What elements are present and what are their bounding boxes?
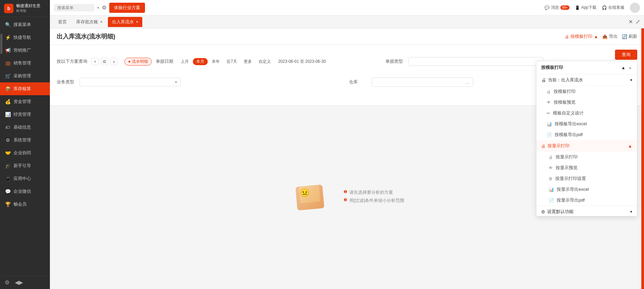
dropdown-header-label: 按模板打印 bbox=[541, 64, 563, 71]
sidebar-logo: b 畅捷通好生意 标准版 bbox=[0, 0, 50, 17]
date-this-year-button[interactable]: 本年 bbox=[209, 58, 223, 65]
dropdown-template-preview[interactable]: 👁 按模板预览 bbox=[536, 97, 637, 108]
window-maximize-icon[interactable]: ⤢ bbox=[636, 19, 640, 25]
dropdown-template-print[interactable]: 🖨 按模板打印 bbox=[536, 86, 637, 97]
sidebar-item-wechat[interactable]: 💬 企业微信 bbox=[0, 185, 50, 198]
bottom-gear-icon[interactable]: ⚙ bbox=[5, 279, 9, 286]
sidebar-item-quick[interactable]: ⚡ 快捷导航 bbox=[0, 31, 50, 44]
topbar-gear-icon[interactable]: ⚙ bbox=[102, 4, 107, 11]
bill-type-label: 单据类型 bbox=[385, 58, 406, 64]
bottom-collapse-icon[interactable]: ◀▶ bbox=[15, 279, 23, 286]
tab-current-close[interactable]: × bbox=[136, 20, 138, 24]
sidebar-item-marketing[interactable]: 📢 营销推广 bbox=[0, 44, 50, 57]
bill-type-select[interactable]: ▾ bbox=[408, 57, 543, 66]
sidebar-item-quick-label: 快捷导航 bbox=[13, 34, 31, 41]
dropdown-display-print-setting[interactable]: ⚙ 按显示打印设置 bbox=[536, 173, 637, 184]
dropdown-template-export-excel[interactable]: 📊 按模板导出excel bbox=[536, 119, 637, 129]
filter-add-button[interactable]: + bbox=[91, 58, 99, 65]
sales-nav-icon: 💼 bbox=[5, 60, 11, 66]
dropdown-template-export-pdf[interactable]: 📄 按模板导出pdf bbox=[536, 129, 637, 140]
dropdown-scroll-up[interactable]: ▲ bbox=[628, 65, 632, 70]
sidebar-item-operations[interactable]: 📊 经营管理 bbox=[0, 108, 50, 121]
dropdown-current-section[interactable]: 🖨 当前：出入库流水 ▾ bbox=[536, 74, 637, 86]
sidebar-item-sales[interactable]: 💼 销售管理 bbox=[0, 57, 50, 70]
filter-collapse-button[interactable]: « bbox=[110, 58, 118, 65]
dropdown-up-icon: ▲ bbox=[621, 65, 625, 70]
warehouse-label: 仓库 bbox=[349, 79, 369, 85]
filter-tag-current[interactable]: ● 流水明细 bbox=[124, 58, 152, 65]
right-scroll-indicator[interactable] bbox=[641, 28, 644, 289]
sidebar-item-appstore[interactable]: 📱 应用中心 bbox=[0, 172, 50, 185]
message-badge: 99+ bbox=[560, 5, 569, 10]
filter-gear-button[interactable]: ⚙ bbox=[101, 58, 108, 65]
sidebar-item-member[interactable]: 🏆 畅会员 bbox=[0, 198, 50, 211]
refresh-icon: 🔄 bbox=[622, 34, 627, 39]
template-print-button[interactable]: 🖨 按模板打印 ▲ bbox=[565, 33, 598, 40]
customer-service-button[interactable]: 🎧 在线客服 bbox=[602, 5, 624, 10]
date-current-month-button[interactable]: 本月 bbox=[193, 58, 208, 65]
sidebar-item-search[interactable]: 🔍 搜索菜单 bbox=[0, 18, 50, 31]
sidebar-item-finance[interactable]: 💰 资金管理 bbox=[0, 95, 50, 108]
tab-batch-close[interactable]: × bbox=[100, 20, 103, 24]
current-section-label: 当前：出入库流水 bbox=[548, 77, 583, 83]
sidebar-item-collab[interactable]: 🤝 企业协同 bbox=[0, 147, 50, 159]
tab-home[interactable]: 首页 bbox=[54, 17, 71, 27]
template-export-pdf-icon: 📄 bbox=[547, 132, 552, 137]
sidebar-bottom: ⚙ ◀▶ bbox=[0, 275, 50, 289]
date-more-button[interactable]: 更多 bbox=[241, 58, 255, 65]
dropdown-scroll[interactable]: 🖨 当前：出入库流水 ▾ 🖨 按模板打印 👁 按模板预览 ✏ 模板自定义设计 bbox=[536, 74, 637, 216]
display-print-item-label: 按显示打印 bbox=[556, 154, 578, 160]
sidebar-item-basic-label: 基础信息 bbox=[13, 124, 31, 130]
dropdown-display-export-excel[interactable]: 📊 按显示导出excel bbox=[536, 184, 637, 195]
sidebar-item-system[interactable]: ⚙ 系统管理 bbox=[0, 134, 50, 147]
sidebar-item-search-label: 搜索菜单 bbox=[13, 22, 31, 28]
display-section-label: 按显示打印 bbox=[548, 143, 569, 149]
template-print-label: 按模板打印 bbox=[570, 33, 592, 40]
export-button[interactable]: 📤 导出 bbox=[602, 33, 618, 40]
default-func-label: 设置默认功能 bbox=[547, 209, 574, 215]
date-prev-month-button[interactable]: 上月 bbox=[178, 58, 192, 65]
collab-nav-icon: 🤝 bbox=[5, 150, 11, 156]
dropdown-display-export-pdf[interactable]: 📄 按显示导出pdf bbox=[536, 195, 637, 206]
sidebar-item-inventory[interactable]: 📦 库存核算 bbox=[0, 82, 50, 95]
topbar: ▾ ⚙ 体验行业方案 💬 消息 99+ 📱 App下载 🎧 在线客服 bbox=[50, 0, 644, 16]
export-icon: 📤 bbox=[602, 34, 608, 39]
dropdown-display-preview[interactable]: 👁 按显示预览 bbox=[536, 162, 637, 173]
biz-type-select[interactable]: ▾ bbox=[80, 78, 181, 86]
app-download-button[interactable]: 📱 App下载 bbox=[575, 5, 596, 10]
refresh-button[interactable]: 🔄 刷新 bbox=[622, 33, 637, 40]
dropdown-default-func[interactable]: ⚙ 设置默认功能 ▾ bbox=[536, 206, 637, 216]
logo-icon: b bbox=[4, 4, 13, 13]
template-print-item-label: 按模板打印 bbox=[554, 88, 576, 95]
sidebar-item-basic[interactable]: 🏷 基础信息 bbox=[0, 121, 50, 134]
dropdown-display-print[interactable]: 🖨 按显示打印 bbox=[536, 152, 637, 162]
sidebar-item-purchase[interactable]: 🛒 采购管理 bbox=[0, 70, 50, 82]
window-close-icon[interactable]: ✕ bbox=[628, 19, 633, 25]
logo-name: 畅捷通好生意 bbox=[16, 3, 40, 9]
message-label: 消息 bbox=[551, 5, 559, 10]
tab-current[interactable]: 出入库流水 × bbox=[108, 17, 142, 27]
app-download-icon: 📱 bbox=[575, 5, 580, 10]
wechat-nav-icon: 💬 bbox=[5, 189, 11, 194]
dropdown-template-custom[interactable]: ✏ 模板自定义设计 bbox=[536, 108, 637, 119]
message-button[interactable]: 💬 消息 99+ bbox=[545, 5, 569, 10]
industry-solution-button[interactable]: 体验行业方案 bbox=[109, 3, 145, 13]
warehouse-select[interactable]: ... bbox=[372, 77, 473, 87]
date-quick-buttons: 上月 本月 本年 近7天 更多 自定义 bbox=[178, 58, 273, 65]
tab-batch[interactable]: 库存批次账 × bbox=[72, 17, 107, 27]
dropdown-display-section[interactable]: 🖨 按显示打印 ▲ bbox=[536, 140, 637, 152]
date-custom-button[interactable]: 自定义 bbox=[256, 58, 273, 65]
query-button[interactable]: 查询 bbox=[615, 50, 637, 60]
template-custom-item-label: 模板自定义设计 bbox=[553, 110, 584, 116]
search-input[interactable] bbox=[54, 4, 94, 11]
date-7days-button[interactable]: 近7天 bbox=[224, 58, 240, 65]
search-chevron-icon: ▾ bbox=[97, 5, 99, 10]
template-export-excel-icon: 📊 bbox=[547, 122, 552, 127]
tab-current-label: 出入库流水 bbox=[112, 19, 134, 25]
tabbar: 首页 库存批次账 × 出入库流水 × ✕ ⤢ bbox=[50, 16, 644, 28]
app-download-label: App下载 bbox=[581, 5, 596, 10]
warehouse-more-icon[interactable]: ... bbox=[465, 79, 469, 85]
user-avatar[interactable] bbox=[630, 3, 640, 13]
sidebar-item-member-label: 畅会员 bbox=[13, 201, 27, 207]
sidebar-item-guide[interactable]: 🎓 新手引导 bbox=[0, 159, 50, 172]
